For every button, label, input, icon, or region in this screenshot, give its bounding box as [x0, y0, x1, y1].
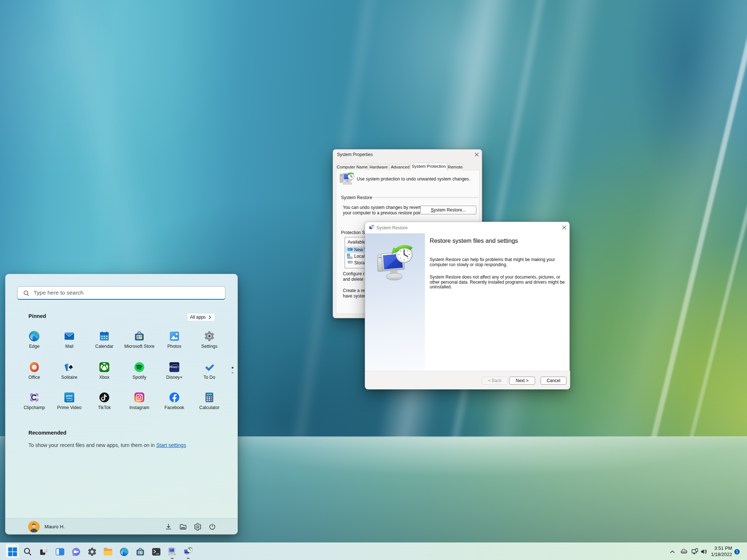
svg-text:Disney+: Disney+: [169, 365, 179, 369]
svg-text:video: video: [66, 397, 72, 400]
